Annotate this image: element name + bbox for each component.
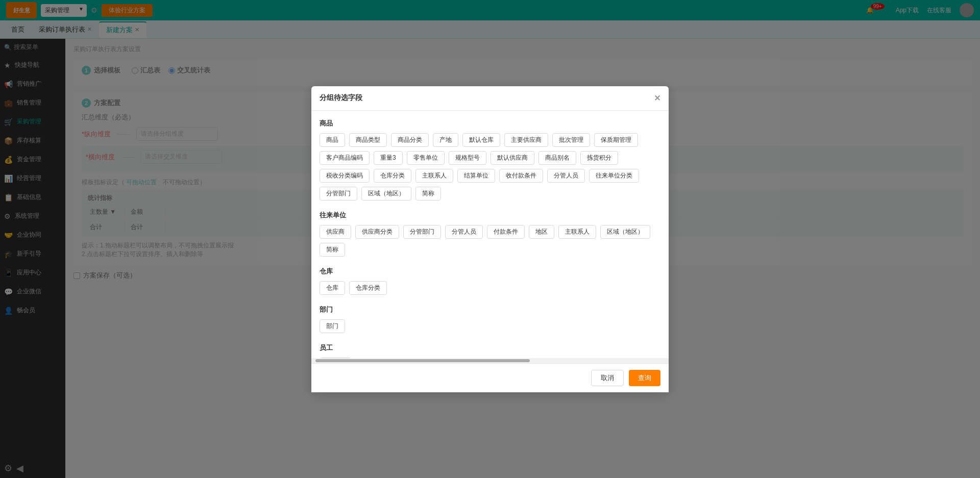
field-tag-partner-4[interactable]: 付款条件 (487, 225, 525, 239)
section-department: 部门 部门 (320, 305, 660, 333)
section-partner-title: 往来单位 (320, 211, 660, 220)
field-tag-goods-4[interactable]: 默认仓库 (462, 133, 500, 147)
confirm-button[interactable]: 查询 (629, 370, 660, 386)
section-goods-title: 商品 (320, 119, 660, 128)
field-tag-goods-7[interactable]: 保质期管理 (594, 133, 638, 147)
section-department-title: 部门 (320, 305, 660, 314)
field-tag-partner-0[interactable]: 供应商 (320, 225, 351, 239)
modal-header: 分组待选字段 ✕ (311, 86, 669, 111)
field-tag-goods-20[interactable]: 分管人员 (547, 169, 585, 183)
field-tag-goods-0[interactable]: 商品 (320, 133, 345, 147)
field-tag-warehouse-1[interactable]: 仓库分类 (349, 281, 387, 295)
section-partner: 往来单位 供应商 供应商分类 分管部门 分管人员 付款条件 地区 主联系人 区域… (320, 211, 660, 257)
field-tag-goods-14[interactable]: 拣货积分 (580, 151, 618, 165)
field-tag-goods-10[interactable]: 零售单位 (407, 151, 445, 165)
field-tag-goods-11[interactable]: 规格型号 (449, 151, 486, 165)
field-tag-partner-8[interactable]: 简称 (320, 243, 345, 257)
field-tag-goods-6[interactable]: 批次管理 (552, 133, 590, 147)
field-tag-goods-19[interactable]: 收付款条件 (499, 169, 543, 183)
field-tag-partner-5[interactable]: 地区 (529, 225, 554, 239)
field-selection-modal: 分组待选字段 ✕ 商品 商品 商品类型 商品分类 产地 默认仓库 主要供应商 (311, 86, 669, 392)
field-tag-goods-1[interactable]: 商品类型 (349, 133, 387, 147)
field-tag-partner-2[interactable]: 分管部门 (403, 225, 441, 239)
goods-field-tags: 商品 商品类型 商品分类 产地 默认仓库 主要供应商 批次管理 保质期管理 客户… (320, 133, 660, 200)
field-tag-goods-2[interactable]: 商品分类 (391, 133, 429, 147)
modal-overlay: 分组待选字段 ✕ 商品 商品 商品类型 商品分类 产地 默认仓库 主要供应商 (65, 39, 980, 478)
modal-title: 分组待选字段 (320, 93, 362, 103)
warehouse-field-tags: 仓库 仓库分类 (320, 281, 660, 295)
field-tag-goods-22[interactable]: 分管部门 (320, 187, 357, 200)
modal-footer: 取消 查询 (311, 363, 669, 392)
main-layout: 🔍 搜索菜单 ★ 快捷导航 📢 营销推广 💼 销售管理 🛒 采购管理 📦 库存核… (0, 39, 980, 478)
field-tag-goods-5[interactable]: 主要供应商 (504, 133, 548, 147)
section-warehouse-title: 仓库 (320, 267, 660, 276)
field-tag-dept-0[interactable]: 部门 (320, 319, 345, 333)
cancel-button[interactable]: 取消 (591, 370, 624, 386)
partner-field-tags: 供应商 供应商分类 分管部门 分管人员 付款条件 地区 主联系人 区域（地区） … (320, 225, 660, 257)
department-field-tags: 部门 (320, 319, 660, 333)
field-tag-partner-7[interactable]: 区域（地区） (600, 225, 650, 239)
field-tag-goods-15[interactable]: 税收分类编码 (320, 169, 370, 183)
field-tag-partner-1[interactable]: 供应商分类 (355, 225, 399, 239)
modal-close-icon[interactable]: ✕ (654, 93, 660, 103)
content-area: 采购订单执行表方案设置 1 选择模板 汇总表 交叉统计表 (65, 39, 980, 478)
field-tag-goods-9[interactable]: 重量3 (374, 151, 403, 165)
section-goods: 商品 商品 商品类型 商品分类 产地 默认仓库 主要供应商 批次管理 保质期管理… (320, 119, 660, 200)
field-tag-partner-3[interactable]: 分管人员 (445, 225, 483, 239)
field-tag-goods-24[interactable]: 简称 (415, 187, 441, 200)
field-tag-goods-3[interactable]: 产地 (433, 133, 458, 147)
field-tag-goods-13[interactable]: 商品别名 (538, 151, 576, 165)
field-tag-goods-8[interactable]: 客户商品编码 (320, 151, 370, 165)
field-tag-warehouse-0[interactable]: 仓库 (320, 281, 345, 295)
field-tag-goods-18[interactable]: 结算单位 (457, 169, 495, 183)
field-tag-partner-6[interactable]: 主联系人 (558, 225, 596, 239)
section-warehouse: 仓库 仓库 仓库分类 (320, 267, 660, 295)
field-tag-goods-12[interactable]: 默认供应商 (491, 151, 534, 165)
field-tag-goods-16[interactable]: 仓库分类 (374, 169, 411, 183)
modal-body[interactable]: 商品 商品 商品类型 商品分类 产地 默认仓库 主要供应商 批次管理 保质期管理… (311, 111, 669, 358)
field-tag-goods-17[interactable]: 主联系人 (415, 169, 453, 183)
section-employee-title: 员工 (320, 343, 660, 353)
field-tag-goods-23[interactable]: 区域（地区） (361, 187, 411, 200)
section-employee: 员工 业务员 (320, 343, 660, 358)
modal-horizontal-scrollbar[interactable] (311, 358, 669, 363)
field-tag-goods-21[interactable]: 往来单位分类 (589, 169, 639, 183)
